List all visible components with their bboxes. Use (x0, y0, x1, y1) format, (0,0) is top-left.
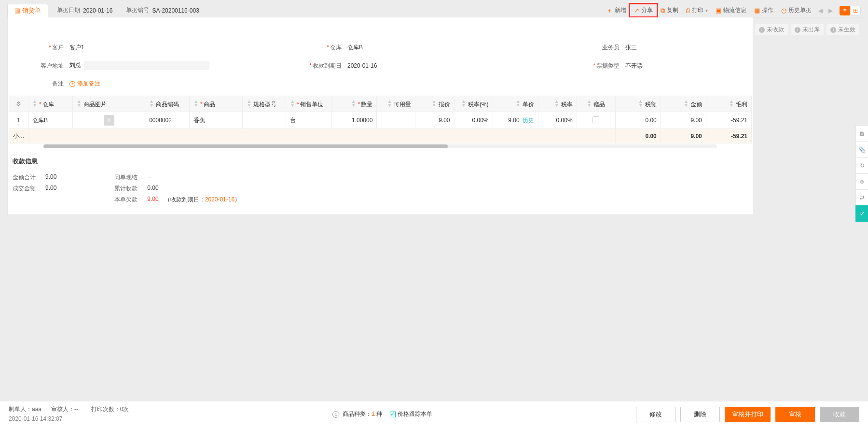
address-label: 客户地址 (17, 62, 66, 70)
circle-c-icon: c (332, 411, 339, 418)
col-gear[interactable]: ⚙ (9, 96, 28, 112)
grid-icon: ▦ (754, 7, 760, 14)
scrollbar-thumb[interactable] (43, 144, 448, 148)
col-available[interactable]: ▲▼可用量 (377, 96, 415, 112)
duedate-label: *收款到期日 (295, 62, 344, 70)
cell-taxrate[interactable]: 0.00% (538, 112, 577, 129)
new-button[interactable]: ＋新增 (604, 5, 629, 16)
copy-button[interactable]: ⧉复制 (658, 5, 681, 15)
cell-available (377, 112, 415, 129)
tab-active[interactable]: ▥ 销货单 (7, 4, 48, 17)
col-gift[interactable]: ▲▼赠品 (577, 96, 615, 112)
address-value[interactable]: 刘总 (69, 61, 291, 70)
view-toggle: ≡ ⊞ (840, 6, 861, 15)
date-label: 单据日期 (57, 6, 80, 14)
salesman-value[interactable]: 张三 (625, 43, 743, 52)
history-button[interactable]: ◷历史单据 (778, 5, 814, 15)
approve-button[interactable]: 审核 (775, 407, 815, 422)
approve-print-button[interactable]: 审核并打印 (725, 407, 771, 422)
side-user-button[interactable]: ☺ (855, 173, 868, 190)
add-remark-button[interactable]: +添加备注 (69, 80, 291, 88)
col-warehouse[interactable]: ▲▼*仓库 (28, 96, 73, 112)
info-icon: i (759, 27, 765, 33)
operate-button[interactable]: ▦操作 (751, 5, 776, 15)
col-taxamount[interactable]: ▲▼税额 (615, 96, 661, 112)
no-value: SA-20200116-003 (152, 7, 199, 14)
plus-icon: ＋ (606, 6, 613, 15)
copy-icon: ⧉ (661, 7, 665, 14)
share-icon: ↗ (634, 7, 639, 14)
col-amount[interactable]: ▲▼金额 (661, 96, 706, 112)
form-grid: *客户 客户1 *仓库 仓库B 业务员 张三 客户地址 刘总 *收款到期日 20… (8, 24, 753, 89)
cell-taxratepct[interactable]: 0.00% (454, 112, 493, 129)
owe-suffix: （收款到期日：2020-01-16） (165, 196, 240, 204)
cell-qty[interactable]: 1.00000 (331, 112, 377, 129)
gear-icon: ⚙ (16, 100, 21, 107)
side-note-button[interactable]: 🗎 (855, 126, 868, 142)
price-follow-checkbox[interactable]: 价格跟踪本单 (390, 410, 432, 418)
customer-label: *客户 (17, 43, 66, 52)
cell-product[interactable]: 香蕉 (190, 112, 243, 129)
remark-label: 备注 (17, 80, 66, 88)
cell-code[interactable]: 0000002 (145, 112, 190, 129)
share-button[interactable]: ↗分享 (631, 5, 656, 15)
cell-spec[interactable] (243, 112, 286, 129)
side-attach-button[interactable]: 📎 (855, 142, 868, 158)
col-spec[interactable]: ▲▼规格型号 (243, 96, 286, 112)
modify-button[interactable]: 修改 (636, 407, 675, 422)
col-taxrate-pct[interactable]: ▲▼税率(%) (454, 96, 493, 112)
side-rail: 🗎 📎 ↻ ☺ ⇄ ⤢ (855, 126, 868, 221)
attachment-icon: 📎 (858, 146, 866, 153)
items-table: ⚙ ▲▼*仓库 ▲▼商品图片 ▲▼商品编码 ▲▼*商品 ▲▼规格型号 ▲▼*销售… (9, 96, 752, 143)
next-record-button[interactable]: ▶ (827, 7, 835, 14)
tab-title: 销货单 (22, 4, 41, 17)
price-history-link[interactable]: 历史 (523, 117, 534, 124)
col-taxrate[interactable]: ▲▼税率 (538, 96, 577, 112)
warehouse-value[interactable]: 仓库B (347, 43, 569, 52)
topbar: ▥ 销货单 单据日期 2020-01-16 单据编号 SA-20200116-0… (7, 4, 861, 17)
col-product[interactable]: ▲▼*商品 (190, 96, 243, 112)
customer-value[interactable]: 客户1 (69, 43, 291, 52)
col-profit[interactable]: ▲▼毛利 (706, 96, 751, 112)
side-expand-button[interactable]: ⤢ (855, 205, 868, 222)
cell-quote[interactable]: 9.00 (415, 112, 454, 129)
view-grid-button[interactable]: ⊞ (850, 6, 861, 15)
side-refresh-button[interactable]: ↻ (855, 157, 868, 174)
no-label: 单据编号 (126, 6, 149, 14)
horizontal-scrollbar[interactable] (43, 143, 717, 149)
plus-circle-icon: + (69, 81, 75, 87)
ticket-value[interactable]: 不开票 (625, 62, 743, 70)
col-price[interactable]: ▲▼单价 (493, 96, 538, 112)
cell-price[interactable]: 9.00历史 (493, 112, 538, 129)
image-placeholder-icon: b (104, 115, 114, 126)
owe-label: 本单欠款 (114, 196, 141, 204)
receive-button: 收款 (820, 407, 859, 422)
action-bar: ＋新增 ↗分享 ⧉复制 ⎙打印▾ ▣物流信息 ▦操作 ◷历史单据 ◀ ▶ ≡ ⊞ (604, 5, 861, 16)
logistics-button[interactable]: ▣物流信息 (713, 5, 749, 15)
cell-saleunit[interactable]: 台 (286, 112, 331, 129)
col-quote[interactable]: ▲▼报价 (415, 96, 454, 112)
col-qty[interactable]: ▲▼*数量 (331, 96, 377, 112)
side-transfer-button[interactable]: ⇄ (855, 189, 868, 206)
cell-image[interactable]: b (73, 112, 145, 129)
accum-label: 累计收款 (114, 185, 141, 193)
view-list-button[interactable]: ≡ (840, 6, 850, 15)
duedate-value[interactable]: 2020-01-16 (347, 62, 569, 69)
items-table-wrap: ⚙ ▲▼*仓库 ▲▼商品图片 ▲▼商品编码 ▲▼*商品 ▲▼规格型号 ▲▼*销售… (9, 96, 752, 149)
print-button[interactable]: ⎙打印▾ (683, 5, 711, 15)
delete-button[interactable]: 删除 (680, 407, 720, 422)
cell-gift[interactable] (577, 112, 615, 129)
col-code[interactable]: ▲▼商品编码 (145, 96, 190, 112)
col-saleunit[interactable]: ▲▼*销售单位 (286, 96, 331, 112)
col-image[interactable]: ▲▼商品图片 (73, 96, 145, 112)
prev-record-button[interactable]: ◀ (816, 7, 825, 14)
info-icon: i (795, 27, 800, 33)
tag-not-out: i未出库 (791, 24, 824, 35)
salesman-label: 业务员 (573, 43, 621, 52)
cell-warehouse[interactable]: 仓库B (28, 112, 73, 129)
goods-kind: c 商品种类：1 种 (332, 410, 382, 418)
total-label: 金额合计 (13, 173, 40, 182)
table-row[interactable]: 1 仓库B b 0000002 香蕉 台 1.00000 9.00 0.00% … (9, 112, 752, 129)
gift-checkbox[interactable] (592, 116, 599, 123)
footer-center: c 商品种类：1 种 价格跟踪本单 (332, 410, 432, 418)
